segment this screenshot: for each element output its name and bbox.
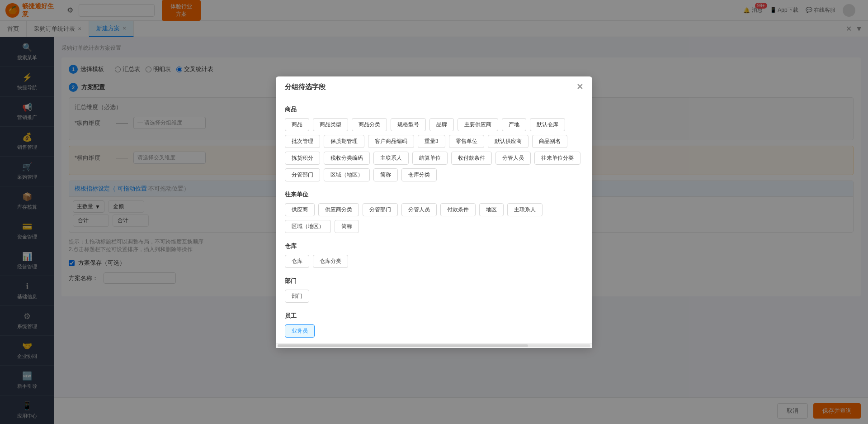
field-chip[interactable]: 重量3 bbox=[418, 135, 445, 148]
field-chip[interactable]: 商品 bbox=[285, 118, 309, 131]
field-chip[interactable]: 往来单位分类 bbox=[534, 152, 580, 165]
field-chip[interactable]: 简称 bbox=[335, 220, 359, 233]
category-dept-fields: 部门 bbox=[285, 290, 583, 303]
field-chip[interactable]: 地区 bbox=[479, 203, 504, 216]
field-chip[interactable]: 收付款条件 bbox=[451, 152, 492, 165]
modal-close-button[interactable]: ✕ bbox=[576, 83, 583, 91]
scroll-track bbox=[278, 344, 590, 347]
field-chip[interactable]: 分管人员 bbox=[401, 203, 437, 216]
category-partner-title: 往来单位 bbox=[285, 191, 583, 199]
field-chip[interactable]: 主联系人 bbox=[373, 152, 409, 165]
field-chip[interactable]: 规格型号 bbox=[391, 118, 426, 131]
field-chip[interactable]: 税收分类编码 bbox=[324, 152, 370, 165]
field-chip[interactable]: 批次管理 bbox=[285, 135, 320, 148]
category-dept: 部门 部门 bbox=[285, 277, 583, 303]
field-chip[interactable]: 分管部门 bbox=[363, 203, 398, 216]
field-chip[interactable]: 默认仓库 bbox=[530, 118, 565, 131]
category-warehouse-title: 仓库 bbox=[285, 242, 583, 250]
category-goods: 商品 商品 商品类型 商品分类 规格型号 品牌 主要供应商 产地 默认仓库 批次… bbox=[285, 105, 583, 181]
field-chip[interactable]: 商品别名 bbox=[532, 135, 567, 148]
field-chip[interactable]: 仓库 bbox=[285, 255, 309, 268]
modal-overlay[interactable]: 分组待选字段 ✕ 商品 商品 商品类型 商品分类 规格型号 品牌 主要供应商 产… bbox=[0, 0, 868, 424]
field-chip[interactable]: 仓库分类 bbox=[313, 255, 348, 268]
field-chip[interactable]: 区域（地区） bbox=[285, 220, 331, 233]
field-chip[interactable]: 付款条件 bbox=[440, 203, 476, 216]
field-chip[interactable]: 保质期管理 bbox=[324, 135, 364, 148]
category-employee-title: 员工 bbox=[285, 312, 583, 320]
field-chip[interactable]: 产地 bbox=[502, 118, 526, 131]
category-goods-title: 商品 bbox=[285, 105, 583, 114]
category-warehouse-fields: 仓库 仓库分类 bbox=[285, 255, 583, 268]
scroll-thumb bbox=[278, 344, 528, 347]
field-chip[interactable]: 品牌 bbox=[429, 118, 454, 131]
field-chip[interactable]: 商品分类 bbox=[352, 118, 387, 131]
category-partner: 往来单位 供应商 供应商分类 分管部门 分管人员 付款条件 地区 主联系人 区域… bbox=[285, 191, 583, 233]
field-chip[interactable]: 供应商分类 bbox=[318, 203, 359, 216]
modal-header: 分组待选字段 ✕ bbox=[276, 76, 592, 98]
modal-field-selector: 分组待选字段 ✕ 商品 商品 商品类型 商品分类 规格型号 品牌 主要供应商 产… bbox=[276, 76, 592, 348]
field-chip[interactable]: 客户商品编码 bbox=[368, 135, 414, 148]
modal-title: 分组待选字段 bbox=[285, 83, 326, 91]
field-chip-employee[interactable]: 业务员 bbox=[285, 324, 315, 338]
field-chip[interactable]: 分管部门 bbox=[285, 168, 320, 181]
field-chip[interactable]: 仓库分类 bbox=[401, 168, 437, 181]
category-employee: 员工 业务员 bbox=[285, 312, 583, 338]
field-chip[interactable]: 分管人员 bbox=[495, 152, 531, 165]
field-chip[interactable]: 供应商 bbox=[285, 203, 315, 216]
field-chip[interactable]: 商品类型 bbox=[313, 118, 348, 131]
category-partner-fields: 供应商 供应商分类 分管部门 分管人员 付款条件 地区 主联系人 区域（地区） … bbox=[285, 203, 583, 233]
category-warehouse: 仓库 仓库 仓库分类 bbox=[285, 242, 583, 268]
modal-body: 商品 商品 商品类型 商品分类 规格型号 品牌 主要供应商 产地 默认仓库 批次… bbox=[276, 98, 592, 343]
category-dept-title: 部门 bbox=[285, 277, 583, 285]
field-chip[interactable]: 部门 bbox=[285, 290, 309, 303]
category-employee-fields: 业务员 bbox=[285, 324, 583, 338]
field-chip[interactable]: 主要供应商 bbox=[458, 118, 498, 131]
field-chip[interactable]: 默认供应商 bbox=[488, 135, 528, 148]
field-chip[interactable]: 拣货积分 bbox=[285, 152, 320, 165]
field-chip[interactable]: 结算单位 bbox=[412, 152, 448, 165]
field-chip[interactable]: 区域（地区） bbox=[324, 168, 370, 181]
field-chip[interactable]: 主联系人 bbox=[507, 203, 542, 216]
category-goods-fields: 商品 商品类型 商品分类 规格型号 品牌 主要供应商 产地 默认仓库 批次管理 … bbox=[285, 118, 583, 181]
modal-horizontal-scrollbar[interactable] bbox=[276, 343, 592, 348]
field-chip[interactable]: 零售单位 bbox=[449, 135, 484, 148]
field-chip[interactable]: 简称 bbox=[373, 168, 398, 181]
